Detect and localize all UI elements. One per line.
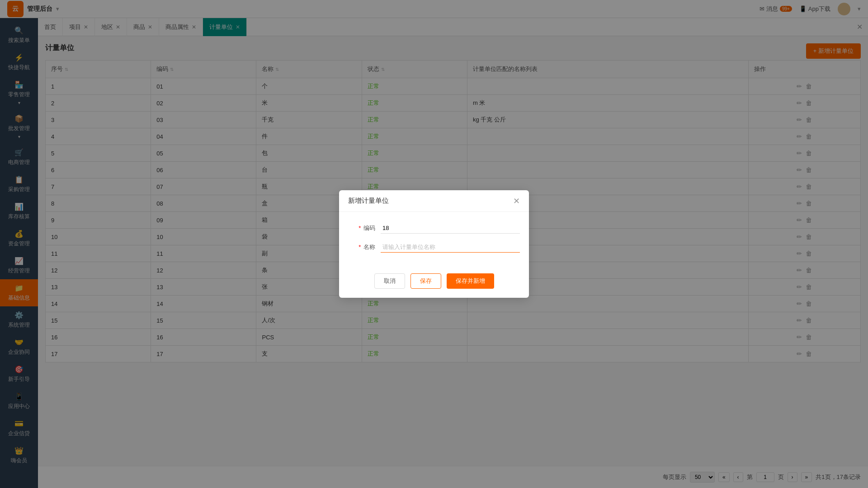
modal-close-btn[interactable]: ✕	[513, 197, 520, 205]
required-star2: *	[359, 244, 361, 250]
name-field-row: * 名称	[348, 242, 520, 253]
code-input[interactable]	[381, 223, 520, 234]
save-button[interactable]: 保存	[410, 273, 441, 289]
modal-overlay[interactable]: 新增计量单位 ✕ * 编码 * 名称 取消 保存 保存并新增	[0, 0, 868, 488]
modal-footer: 取消 保存 保存并新增	[339, 268, 529, 298]
modal-header: 新增计量单位 ✕	[339, 190, 529, 212]
cancel-button[interactable]: 取消	[374, 273, 405, 289]
modal-title: 新增计量单位	[348, 197, 389, 205]
code-label: * 编码	[348, 224, 375, 232]
required-star: *	[359, 225, 361, 231]
code-field-row: * 编码	[348, 223, 520, 234]
add-unit-modal: 新增计量单位 ✕ * 编码 * 名称 取消 保存 保存并新增	[339, 190, 529, 298]
name-label: * 名称	[348, 243, 375, 251]
unit-name-input[interactable]	[381, 242, 520, 253]
save-and-new-button[interactable]: 保存并新增	[447, 273, 494, 289]
modal-body: * 编码 * 名称	[339, 212, 529, 268]
